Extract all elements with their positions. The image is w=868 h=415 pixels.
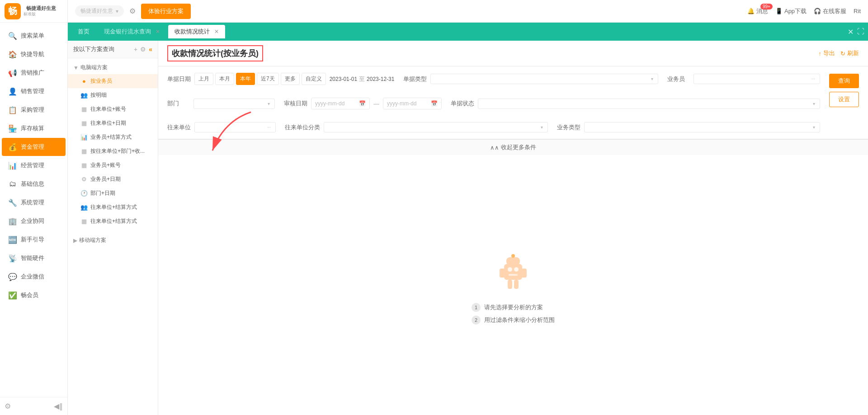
trial-button[interactable]: 体验行业方案 xyxy=(141,4,191,19)
unit-type-select[interactable]: ▾ xyxy=(324,122,548,132)
salesman-select[interactable]: ··· xyxy=(693,74,820,84)
tab-home[interactable]: 首页 xyxy=(71,25,96,38)
tab-bar: 首页 现金银行流水查询 ✕ 收款情况统计 ✕ ✕ ⛶ xyxy=(68,23,868,41)
sidebar-item-inventory[interactable]: 🏪 库存核算 xyxy=(2,119,66,137)
audit-date-to[interactable]: yyyy-mm-dd 📅 xyxy=(383,98,442,109)
scheme-item-salesman-date[interactable]: ⚙ 业务员+日期 xyxy=(68,172,158,186)
scheme-item-unit-date[interactable]: ▦ 往来单位+日期 xyxy=(68,116,158,130)
message-button[interactable]: 🔔 消息 99+ xyxy=(747,7,768,15)
tab-close-icon[interactable]: ✕ xyxy=(214,28,219,35)
add-scheme-icon[interactable]: + xyxy=(134,46,137,53)
right-content: 收款情况统计(按业务员) ↑ 导出 ↻ 刷新 xyxy=(158,41,868,415)
online-service-button[interactable]: 🎧 在线客服 xyxy=(814,7,846,15)
sidebar-item-quick-nav[interactable]: 🏠 快捷导航 xyxy=(2,45,66,63)
unit-more-icon: ··· xyxy=(267,125,271,130)
svg-rect-4 xyxy=(514,280,519,289)
collapse-bar[interactable]: ∧∧ 收起更多条件 xyxy=(158,139,868,155)
filter-dept-item: 部门 ▾ xyxy=(167,99,275,109)
date-btn-this-month[interactable]: 本月 xyxy=(215,73,234,85)
sidebar-item-label: 智能硬件 xyxy=(21,254,44,262)
sidebar-nav: 🔍 搜索菜单 🏠 快捷导航 📢 营销推广 👤 销售管理 📋 采购管理 🏪 库存核… xyxy=(0,23,67,397)
tab-close-icon[interactable]: ✕ xyxy=(156,28,160,35)
tab-bank-flow[interactable]: 现金银行流水查询 ✕ xyxy=(98,25,166,38)
sidebar-item-wechat[interactable]: 💬 企业微信 xyxy=(2,268,66,286)
message-badge: 99+ xyxy=(760,4,773,9)
doc-status-select[interactable]: ▾ xyxy=(478,99,820,109)
sidebar-item-basic-info[interactable]: 🗂 基础信息 xyxy=(2,175,66,193)
dropdown-arrow-icon[interactable]: ▾ xyxy=(116,8,118,14)
maximize-icon[interactable]: ⛶ xyxy=(857,28,864,36)
dept-select[interactable]: ▾ xyxy=(193,99,275,109)
date-btn-custom[interactable]: 自定义 xyxy=(302,73,326,85)
sidebar-item-guide[interactable]: 🆕 新手引导 xyxy=(2,231,66,249)
user-avatar[interactable]: Rit xyxy=(854,8,861,14)
refresh-button[interactable]: ↻ 刷新 xyxy=(840,49,859,57)
app-download-button[interactable]: 📱 App下载 xyxy=(775,7,807,15)
sidebar-item-purchase[interactable]: 📋 采购管理 xyxy=(2,101,66,119)
left-panel-actions: + ⚙ « xyxy=(134,46,152,53)
export-button[interactable]: ↑ 导出 xyxy=(819,49,835,57)
pc-scheme-title[interactable]: ▼ 电脑端方案 xyxy=(68,61,158,74)
mobile-scheme-title[interactable]: ▶ 移动端方案 xyxy=(68,234,158,247)
doc-type-select[interactable]: ▾ xyxy=(430,74,658,84)
sidebar-item-finance[interactable]: 💰 资金管理 xyxy=(2,138,66,156)
sidebar-item-label: 营销推广 xyxy=(21,69,44,77)
collapse-sidebar-icon[interactable]: ◀‖ xyxy=(54,402,63,410)
refresh-label: 刷新 xyxy=(847,49,859,57)
date-range-display: 2023-01-01 至 2023-12-31 xyxy=(330,75,395,83)
scheme-item-dept-date[interactable]: 🕐 部门+日期 xyxy=(68,186,158,200)
svg-point-7 xyxy=(514,267,519,272)
date-dash: — xyxy=(373,100,379,107)
unit-select[interactable]: ··· xyxy=(194,122,276,132)
scheme-settings-icon[interactable]: ⚙ xyxy=(140,46,146,53)
tip-number-2: 2 xyxy=(472,316,481,325)
sidebar-item-marketing[interactable]: 📢 营销推广 xyxy=(2,64,66,82)
filter-audit-date-item: 审核日期 yyyy-mm-dd 📅 — yyyy-mm-dd 📅 xyxy=(284,98,442,109)
settings-bottom-icon[interactable]: ⚙ xyxy=(5,402,11,410)
sidebar-item-label: 系统管理 xyxy=(21,198,44,207)
scheme-item-unit-settle1[interactable]: 👥 往来单位+结算方式 xyxy=(68,200,158,214)
salesman-label: 业务员 xyxy=(667,75,690,83)
sidebar-item-hardware[interactable]: 📡 智能硬件 xyxy=(2,249,66,267)
tab-label: 现金银行流水查询 xyxy=(104,28,151,36)
scheme-icon: ▦ xyxy=(80,218,88,225)
user-name: Rit xyxy=(854,8,861,14)
tip-number-1: 1 xyxy=(472,303,481,312)
tab-collection-stats[interactable]: 收款情况统计 ✕ xyxy=(168,25,225,38)
filter-biz-type-item: 业务类型 ▾ xyxy=(557,122,820,132)
logo-icon: 畅 xyxy=(5,3,21,19)
sidebar-item-system[interactable]: 🔧 系统管理 xyxy=(2,193,66,212)
query-button[interactable]: 查询 xyxy=(829,74,859,88)
finance-icon: 💰 xyxy=(8,142,17,151)
sidebar-item-search-menu[interactable]: 🔍 搜索菜单 xyxy=(2,27,66,45)
service-label: 在线客服 xyxy=(823,7,846,15)
date-btn-7days[interactable]: 近7天 xyxy=(257,73,279,85)
filter-row-3: 往来单位 ··· 往来单位分类 ▾ xyxy=(167,122,820,132)
headset-icon: 🎧 xyxy=(814,8,821,14)
svg-point-10 xyxy=(511,254,515,258)
date-btn-last-month[interactable]: 上月 xyxy=(194,73,213,85)
scheme-item-unit-account[interactable]: ▦ 往来单位+账号 xyxy=(68,102,158,116)
scheme-item-by-detail[interactable]: 👥 按明细 xyxy=(68,88,158,102)
sidebar-item-sales[interactable]: 👤 销售管理 xyxy=(2,82,66,100)
scheme-item-salesman-account[interactable]: ▦ 业务员+账号 xyxy=(68,158,158,172)
sidebar-item-member[interactable]: ✅ 畅会员 xyxy=(2,286,66,304)
close-window-icon[interactable]: ✕ xyxy=(848,28,854,36)
filter-unit-item: 往来单位 ··· xyxy=(167,122,276,132)
svg-rect-3 xyxy=(508,280,512,289)
scheme-item-by-salesman[interactable]: ● 按业务员 xyxy=(68,74,158,88)
sidebar-item-management[interactable]: 📊 经营管理 xyxy=(2,156,66,174)
sidebar-item-enterprise[interactable]: 🏢 企业协同 xyxy=(2,212,66,230)
scheme-item-salesman-settle[interactable]: 📊 业务员+结算方式 xyxy=(68,130,158,144)
date-btn-this-year[interactable]: 本年 xyxy=(236,73,255,85)
date-btn-more[interactable]: 更多 xyxy=(281,73,300,85)
quick-nav-icon: 🏠 xyxy=(8,50,17,59)
scheme-item-unit-dept-collect[interactable]: ▦ 按往来单位+部门+收... xyxy=(68,144,158,158)
sidebar-item-label: 销售管理 xyxy=(21,87,44,95)
settings-button[interactable]: 设置 xyxy=(829,92,859,107)
collapse-panel-icon[interactable]: « xyxy=(149,46,152,53)
biz-type-select[interactable]: ▾ xyxy=(584,122,820,132)
audit-date-from[interactable]: yyyy-mm-dd 📅 xyxy=(311,98,370,109)
gear-icon[interactable]: ⚙ xyxy=(129,7,136,15)
scheme-item-unit-settle2[interactable]: ▦ 往来单位+结算方式 xyxy=(68,214,158,228)
